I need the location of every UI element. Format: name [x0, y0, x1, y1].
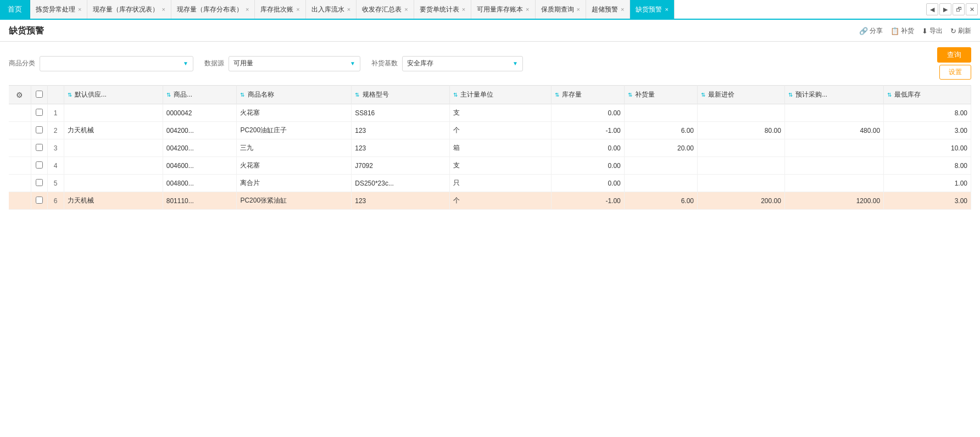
tab-available-ledger[interactable]: 可用量库存账本×: [471, 0, 535, 19]
tab-inventory-dist[interactable]: 现存量（库存分布表）×: [171, 0, 255, 19]
replenish-button[interactable]: 📋 补货: [890, 26, 914, 36]
tab-label-receive-summary: 收发存汇总表: [362, 5, 402, 14]
row-check-3[interactable]: [36, 161, 43, 169]
tab-close-receive-summary[interactable]: ×: [404, 6, 408, 13]
replenish-basis-select[interactable]: 安全库存 ▼: [402, 56, 523, 71]
tab-close-inventory-dist[interactable]: ×: [246, 6, 249, 13]
row-check-2[interactable]: [36, 144, 43, 151]
row-unit-3: 支: [450, 157, 551, 175]
col-spec-header[interactable]: ⇅ 规格型号: [352, 86, 450, 104]
col-estimated-header[interactable]: ⇅ 预计采购...: [784, 86, 883, 104]
row-replenish-4: [624, 175, 697, 192]
row-name-1: PC200油缸庄子: [237, 122, 352, 139]
tab-close-overstock-warning[interactable]: ×: [621, 6, 624, 13]
datasource-value: 可用量: [233, 59, 253, 68]
row-supplier-3: [64, 157, 163, 175]
tab-label-overstock-warning: 超储预警: [592, 5, 618, 14]
col-settings-header[interactable]: ⚙: [9, 86, 31, 104]
tab-close-all-btn[interactable]: ✕: [966, 3, 978, 15]
table-container: ⚙ ⇅ 默认供应... ⇅ 商品... ⇅: [0, 85, 980, 210]
tab-label-inventory-status: 现存量（库存状况表）: [93, 5, 159, 14]
tab-close-available-ledger[interactable]: ×: [526, 6, 529, 13]
row-check-0[interactable]: [36, 109, 43, 116]
row-checkbox-5[interactable]: [31, 192, 47, 210]
tab-restore-btn[interactable]: 🗗: [953, 3, 965, 15]
tab-expiry-query[interactable]: 保质期查询×: [536, 0, 586, 19]
tab-nav-next[interactable]: ▶: [939, 3, 951, 15]
export-button[interactable]: ⬇ 导出: [922, 26, 943, 36]
col-code-header[interactable]: ⇅ 商品...: [163, 86, 237, 104]
filter-bar: 商品分类 ▼ 数据源 可用量 ▼ 补货基数 安全库存 ▼ 查询 设置: [0, 42, 980, 85]
col-unit-header[interactable]: ⇅ 主计量单位: [450, 86, 551, 104]
col-name-header[interactable]: ⇅ 商品名称: [237, 86, 352, 104]
col-stock-header[interactable]: ⇅ 库存量: [551, 86, 624, 104]
row-unit-2: 箱: [450, 139, 551, 157]
tab-inventory-status[interactable]: 现存量（库存状况表）×: [87, 0, 171, 19]
tab-label-picking-exception: 拣货异常处理: [36, 5, 75, 14]
estimated-header-label: 预计采购...: [795, 91, 827, 98]
category-select[interactable]: ▼: [40, 56, 193, 71]
row-code-4: 004800...: [163, 175, 237, 192]
row-stock-0: 0.00: [551, 104, 624, 122]
tab-batch-account[interactable]: 库存批次账×: [255, 0, 305, 19]
settings-button[interactable]: 设置: [939, 65, 971, 80]
row-name-4: 离合片: [237, 175, 352, 192]
name-sort-icon: ⇅: [240, 92, 244, 98]
tab-shortage-warning[interactable]: 缺货预警×: [630, 0, 674, 19]
col-checkbox-header[interactable]: [31, 86, 47, 104]
row-stock-3: 0.00: [551, 157, 624, 175]
col-price-header[interactable]: ⇅ 最新进价: [697, 86, 784, 104]
tab-close-shortage-warning[interactable]: ×: [665, 6, 668, 13]
row-checkbox-0[interactable]: [31, 104, 47, 122]
row-check-5[interactable]: [36, 197, 43, 204]
tab-close-picking-exception[interactable]: ×: [78, 6, 81, 13]
row-spec-5: 123: [352, 192, 450, 210]
tab-close-inout-flow[interactable]: ×: [347, 6, 350, 13]
refresh-label: 刷新: [958, 26, 971, 36]
tab-requisition-stats[interactable]: 要货单统计表×: [414, 0, 471, 19]
refresh-icon: ↻: [950, 27, 956, 35]
tab-receive-summary[interactable]: 收发存汇总表×: [357, 0, 414, 19]
row-minstock-5: 3.00: [884, 192, 971, 210]
datasource-select[interactable]: 可用量 ▼: [229, 56, 360, 71]
tab-close-expiry-query[interactable]: ×: [577, 6, 580, 13]
row-settings-1: [9, 122, 31, 139]
row-estimated-5: 1200.00: [784, 192, 883, 210]
select-all-checkbox[interactable]: [36, 91, 43, 98]
refresh-button[interactable]: ↻ 刷新: [950, 26, 971, 36]
tab-close-inventory-status[interactable]: ×: [162, 6, 165, 13]
row-num-5: 6: [47, 192, 64, 210]
code-header-label: 商品...: [174, 91, 192, 98]
tab-close-requisition-stats[interactable]: ×: [462, 6, 465, 13]
col-minstock-header[interactable]: ⇅ 最低库存: [884, 86, 971, 104]
gear-icon[interactable]: ⚙: [16, 91, 23, 99]
stock-sort-icon: ⇅: [555, 92, 559, 98]
query-button[interactable]: 查询: [937, 47, 971, 63]
share-button[interactable]: 🔗 分享: [859, 26, 883, 36]
row-replenish-2: 20.00: [624, 139, 697, 157]
col-supplier-header[interactable]: ⇅ 默认供应...: [64, 86, 163, 104]
unit-header-label: 主计量单位: [460, 91, 493, 98]
row-code-1: 004200...: [163, 122, 237, 139]
row-replenish-0: [624, 104, 697, 122]
col-replenish-header[interactable]: ⇅ 补货量: [624, 86, 697, 104]
filter-actions: 查询 设置: [937, 47, 971, 80]
row-checkbox-1[interactable]: [31, 122, 47, 139]
row-name-3: 火花塞: [237, 157, 352, 175]
row-check-1[interactable]: [36, 126, 43, 133]
tab-inout-flow[interactable]: 出入库流水×: [306, 0, 357, 19]
replenish-label: 补货: [901, 26, 914, 36]
tab-nav-prev[interactable]: ◀: [926, 3, 938, 15]
tab-close-batch-account[interactable]: ×: [296, 6, 299, 13]
tab-picking-exception[interactable]: 拣货异常处理×: [30, 0, 87, 19]
row-checkbox-4[interactable]: [31, 175, 47, 192]
replenish-icon: 📋: [890, 27, 899, 35]
row-check-4[interactable]: [36, 179, 43, 186]
row-checkbox-2[interactable]: [31, 139, 47, 157]
row-checkbox-3[interactable]: [31, 157, 47, 175]
row-minstock-4: 1.00: [884, 175, 971, 192]
row-supplier-2: [64, 139, 163, 157]
row-settings-3: [9, 157, 31, 175]
tab-home[interactable]: 首页: [0, 0, 30, 19]
tab-overstock-warning[interactable]: 超储预警×: [586, 0, 630, 19]
